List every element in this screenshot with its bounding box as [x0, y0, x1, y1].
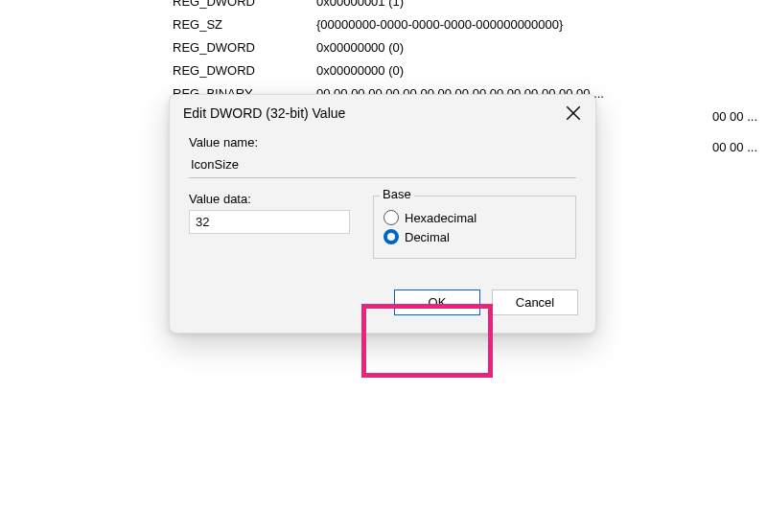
ok-button[interactable]: OK	[394, 289, 480, 315]
radio-hexadecimal[interactable]: Hexadecimal	[384, 210, 566, 225]
dialog-body: Value name: Value data: Base Hexadecimal…	[170, 129, 595, 274]
table-row: REG_DWORD 0x00000001 (1)	[0, 0, 767, 13]
table-row: REG_DWORD 0x00000000 (0)	[0, 59, 767, 82]
radio-dec-label: Decimal	[405, 230, 450, 244]
cancel-button[interactable]: Cancel	[492, 289, 578, 315]
dialog-titlebar: Edit DWORD (32-bit) Value	[170, 95, 595, 129]
dialog-button-row: OK Cancel	[170, 274, 595, 333]
close-icon[interactable]	[565, 104, 582, 122]
value-data-input[interactable]	[189, 210, 350, 234]
radio-hex-label: Hexadecimal	[405, 211, 476, 225]
dialog-title: Edit DWORD (32-bit) Value	[183, 105, 345, 121]
reg-type: REG_DWORD	[0, 36, 316, 59]
reg-type: REG_SZ	[0, 13, 316, 36]
value-data-label: Value data:	[189, 192, 350, 206]
radio-decimal[interactable]: Decimal	[384, 229, 566, 244]
base-fieldset: Base Hexadecimal Decimal	[373, 196, 576, 259]
reg-type: REG_DWORD	[0, 0, 316, 13]
radio-dec-input[interactable]	[384, 229, 399, 244]
reg-value: 00 00 ...	[712, 105, 757, 128]
base-label: Base	[380, 187, 414, 201]
value-name-label: Value name:	[189, 135, 576, 150]
reg-value: {00000000-0000-0000-0000-000000000000}	[316, 13, 563, 36]
edit-dword-dialog: Edit DWORD (32-bit) Value Value name: Va…	[169, 94, 596, 334]
reg-value: 00 00 ...	[712, 136, 757, 159]
table-row: REG_SZ {00000000-0000-0000-0000-00000000…	[0, 13, 767, 36]
value-name-input[interactable]	[189, 153, 576, 178]
table-row: REG_DWORD 0x00000000 (0)	[0, 36, 767, 59]
reg-value: 0x00000000 (0)	[316, 59, 404, 82]
reg-value: 0x00000000 (0)	[316, 36, 404, 59]
radio-hex-input[interactable]	[384, 210, 399, 225]
reg-value: 0x00000001 (1)	[316, 0, 404, 13]
reg-type: REG_DWORD	[0, 59, 316, 82]
